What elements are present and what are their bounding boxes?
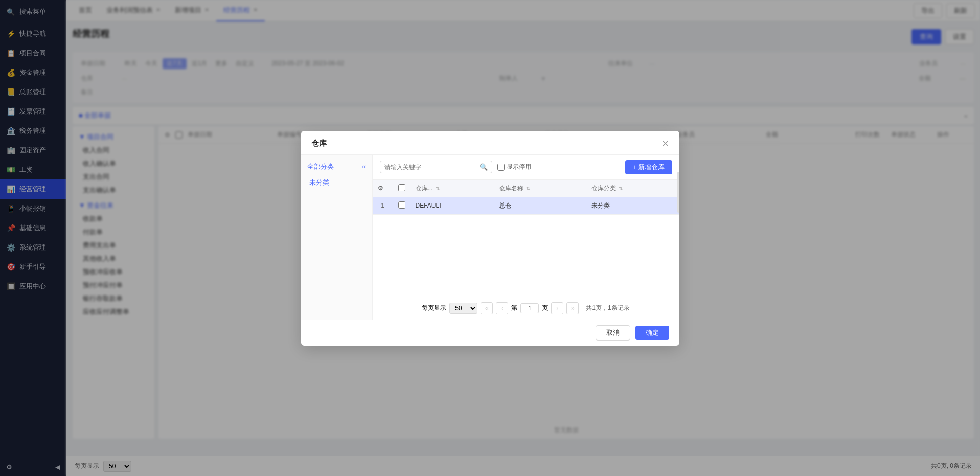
- collapse-left-icon[interactable]: «: [362, 163, 366, 170]
- dialog-search-bar: 🔍 显示停用 + 新增仓库: [373, 155, 679, 180]
- all-category-header[interactable]: 全部分类 «: [301, 159, 372, 174]
- dialog-body: 全部分类 « 未分类 🔍: [301, 155, 679, 320]
- col-name-header[interactable]: 仓库名称 ⇅: [494, 180, 586, 197]
- select-all-dialog-checkbox[interactable]: [398, 184, 405, 191]
- last-page-btn[interactable]: »: [566, 302, 579, 314]
- col-category-header[interactable]: 仓库分类 ⇅: [586, 180, 679, 197]
- prev-page-btn[interactable]: ‹: [496, 302, 508, 314]
- search-icon: 🔍: [480, 163, 488, 171]
- next-page-btn[interactable]: ›: [551, 302, 563, 314]
- left-scroll-area: 未分类: [301, 174, 372, 315]
- row-check[interactable]: [393, 197, 411, 214]
- confirm-button[interactable]: 确定: [635, 326, 669, 340]
- show-disabled-checkbox[interactable]: [497, 164, 505, 171]
- cancel-button[interactable]: 取消: [596, 325, 630, 341]
- add-warehouse-button[interactable]: + 新增仓库: [625, 160, 672, 174]
- per-page-label: 每页显示: [422, 304, 446, 312]
- row-code: DEFAULT: [411, 197, 494, 214]
- sort-category-icon: ⇅: [619, 186, 623, 191]
- col-code-header[interactable]: 仓库... ⇅: [411, 180, 494, 197]
- page-label: 第: [511, 304, 517, 312]
- dialog-right-panel: 🔍 显示停用 + 新增仓库 ⚙: [373, 155, 679, 320]
- settings-icon: ⚙: [378, 185, 383, 192]
- warehouse-dialog: 仓库 ✕ 全部分类 « 未分类: [301, 131, 679, 346]
- dialog-left-panel: 全部分类 « 未分类: [301, 155, 373, 320]
- row-name: 总仓: [494, 197, 586, 214]
- search-input[interactable]: [384, 164, 476, 171]
- page-total: 共1页，1条记录: [586, 304, 629, 312]
- show-disabled-wrap: 显示停用: [497, 163, 531, 171]
- left-scrollbar: [677, 172, 679, 213]
- dialog-per-page-select[interactable]: 50 100: [449, 303, 477, 314]
- table-row[interactable]: 1 DEFAULT 总仓 未分类: [373, 197, 679, 214]
- dialog-title: 仓库: [311, 139, 327, 148]
- col-check-header[interactable]: [393, 180, 411, 197]
- dialog-header: 仓库 ✕: [301, 131, 679, 155]
- first-page-btn[interactable]: «: [481, 302, 493, 314]
- dialog-close-btn[interactable]: ✕: [662, 138, 669, 149]
- show-disabled-label: 显示停用: [507, 163, 531, 171]
- sort-code-icon: ⇅: [436, 186, 440, 191]
- row-category: 未分类: [586, 197, 679, 214]
- all-category-label: 全部分类: [307, 162, 334, 171]
- row-index: 1: [373, 197, 393, 214]
- page-input[interactable]: [520, 303, 539, 313]
- row-checkbox[interactable]: [398, 201, 405, 209]
- col-settings-header[interactable]: ⚙: [373, 180, 393, 197]
- page-unit: 页: [542, 304, 548, 312]
- left-item-uncategorized-label: 未分类: [309, 178, 329, 186]
- sort-name-icon: ⇅: [526, 186, 530, 191]
- dialog-table: ⚙ 仓库... ⇅ 仓库名称: [373, 180, 679, 297]
- left-item-uncategorized[interactable]: 未分类: [301, 174, 372, 191]
- dialog-overlay: 仓库 ✕ 全部分类 « 未分类: [0, 0, 980, 476]
- search-input-wrap: 🔍: [380, 161, 492, 173]
- dialog-footer: 取消 确定: [301, 320, 679, 346]
- dialog-pagination: 每页显示 50 100 « ‹ 第 页 › » 共1页，1条记录: [373, 297, 679, 320]
